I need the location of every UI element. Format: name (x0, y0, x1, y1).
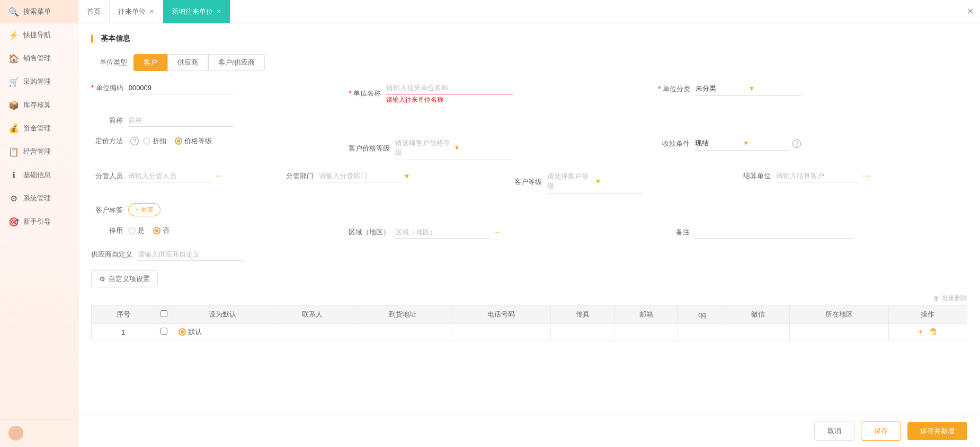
unit-category-label: 单位分类 (658, 84, 696, 94)
sidebar-label-operation: 经营管理 (23, 147, 51, 156)
dept-input[interactable] (319, 170, 404, 182)
col-phone: 电话号码 (452, 305, 551, 324)
stop-radio-no[interactable]: 否 (153, 226, 170, 235)
col-wechat: 微信 (726, 305, 790, 324)
sidebar-item-inventory[interactable]: 📦 库存核算 (0, 93, 78, 117)
col-region: 所在地区 (790, 305, 889, 324)
col-default: 设为默认 (173, 305, 272, 324)
row-default: 默认 (173, 324, 272, 340)
guide-icon: 🎯 (8, 216, 19, 227)
sidebar-item-guide[interactable]: 🎯 新手引导 (0, 210, 78, 233)
supplier-custom-field: 供应商自定义 (91, 248, 349, 261)
payment-help-icon[interactable]: ? (792, 139, 801, 148)
tag-add-btn[interactable]: + 标签 (128, 203, 161, 216)
btn-supplier[interactable]: 供应商 (167, 54, 208, 71)
custom-settings-label: 自定义项设置 (109, 274, 150, 284)
form-row-supplier-custom: 供应商自定义 (91, 248, 967, 261)
dept-arrow: ▼ (404, 172, 411, 180)
sidebar: 🔍 搜索菜单 ⚡ 快捷导航 🏠 销售管理 🛒 采购管理 📦 库存核算 💰 资金管… (0, 0, 78, 447)
short-name-input[interactable] (128, 114, 234, 127)
row-region (790, 324, 889, 340)
sidebar-bottom (0, 419, 78, 447)
batch-delete-label[interactable]: 批量删除 (942, 294, 967, 303)
tab-home[interactable]: 首页 (78, 0, 110, 23)
row-wechat (726, 324, 790, 340)
stop-no-circle (153, 227, 161, 234)
pricing-radio-discount[interactable]: 折扣 (143, 136, 166, 146)
region-field: 区域（地区） ··· (349, 226, 658, 239)
customer-level-select[interactable]: 请选择客户等级 ▼ (547, 170, 643, 194)
row-phone (452, 324, 551, 340)
row-checkbox[interactable] (161, 328, 167, 335)
row-default-radio[interactable]: 默认 (179, 327, 266, 337)
pricing-level-circle (175, 137, 182, 145)
settlement-input[interactable] (776, 170, 861, 182)
del-row-btn[interactable]: 🗑 (929, 327, 938, 336)
tab-bar: 首页 往来单位 ✕ 新增往来单位 ✕ ✕ (78, 0, 980, 23)
sales-icon: 🏠 (8, 53, 19, 64)
customer-level-placeholder: 请选择客户等级 (547, 172, 595, 191)
save-new-button[interactable]: 保存并新增 (907, 422, 967, 440)
col-actions: 操作 (888, 305, 967, 324)
sidebar-item-basic-info[interactable]: ℹ 基础信息 (0, 163, 78, 187)
tab-new-unit[interactable]: 新增往来单位 ✕ (163, 0, 230, 23)
customer-price-placeholder: 请选择客户价格等级 (395, 138, 453, 157)
sidebar-item-search[interactable]: 🔍 搜索菜单 (0, 0, 78, 23)
unit-code-label: 单位编码 (91, 83, 129, 93)
add-row-btn[interactable]: + (918, 327, 923, 336)
tab-new-unit-close[interactable]: ✕ (216, 8, 221, 15)
col-check (155, 305, 173, 324)
stop-yes-label: 是 (138, 226, 145, 235)
tab-contacts-close[interactable]: ✕ (149, 8, 154, 15)
region-input[interactable] (395, 226, 491, 239)
form-row-tags: 客户标签 + 标签 (91, 203, 967, 216)
manager-more-btn[interactable]: ··· (213, 171, 224, 181)
settlement-label: 结算单位 (739, 171, 776, 181)
unit-category-select[interactable]: 未分类 ▼ (696, 82, 801, 96)
save-button[interactable]: 保存 (861, 422, 901, 441)
settlement-more-btn[interactable]: ··· (861, 171, 872, 181)
pricing-radio-level[interactable]: 价格等级 (175, 136, 212, 146)
remarks-field: 备注 (658, 226, 967, 239)
tab-contacts[interactable]: 往来单位 ✕ (110, 0, 163, 23)
tab-new-unit-label: 新增往来单位 (172, 7, 213, 16)
table-row: 1 默认 (92, 324, 967, 340)
row-operations: + 🗑 (888, 324, 967, 340)
supplier-custom-input[interactable] (138, 248, 244, 261)
sidebar-label-purchase: 采购管理 (23, 77, 51, 86)
custom-settings-btn[interactable]: ⚙ 自定义项设置 (91, 270, 158, 287)
short-name-label: 简称 (91, 116, 128, 125)
sidebar-item-system[interactable]: ⚙ 系统管理 (0, 187, 78, 210)
payment-select[interactable]: 现结 ▼ (695, 136, 790, 151)
close-all-tabs[interactable]: ✕ (967, 6, 974, 16)
tag-plus-icon: + (135, 206, 139, 214)
sidebar-item-quick-nav[interactable]: ⚡ 快捷导航 (0, 23, 78, 47)
manager-input[interactable] (128, 170, 213, 182)
form-row-pricing: 定价方法 ? 折扣 价格等级 客户价格等级 请选择客户价格等级 (91, 136, 967, 160)
btn-both[interactable]: 客户/供应商 (208, 54, 265, 71)
remarks-input[interactable] (695, 226, 854, 239)
sidebar-item-finance[interactable]: 💰 资金管理 (0, 117, 78, 140)
customer-price-select[interactable]: 请选择客户价格等级 ▼ (395, 136, 512, 160)
sidebar-label-finance: 资金管理 (23, 124, 51, 133)
stop-radio-yes[interactable]: 是 (128, 226, 145, 235)
select-all-checkbox[interactable] (161, 310, 167, 317)
batch-delete-bar: 🗑 批量删除 (91, 294, 967, 303)
unit-name-input[interactable] (386, 82, 513, 94)
cancel-button[interactable]: 取消 (814, 422, 854, 441)
col-seq: 序号 (92, 305, 155, 324)
pricing-help-icon[interactable]: ? (130, 137, 139, 145)
user-avatar (8, 426, 23, 441)
region-more-btn[interactable]: ··· (491, 227, 502, 237)
batch-delete-icon: 🗑 (933, 295, 940, 302)
sidebar-item-purchase[interactable]: 🛒 采购管理 (0, 70, 78, 93)
customer-level-arrow: ▼ (595, 178, 643, 185)
btn-customer[interactable]: 客户 (133, 54, 167, 71)
system-icon: ⚙ (8, 193, 19, 204)
customer-level-label: 客户等级 (510, 177, 547, 187)
sidebar-item-sales[interactable]: 🏠 销售管理 (0, 47, 78, 70)
search-icon: 🔍 (8, 6, 19, 17)
unit-code-input[interactable] (129, 82, 235, 94)
sidebar-item-operation[interactable]: 📋 经营管理 (0, 140, 78, 163)
basic-info-icon: ℹ (8, 170, 19, 180)
